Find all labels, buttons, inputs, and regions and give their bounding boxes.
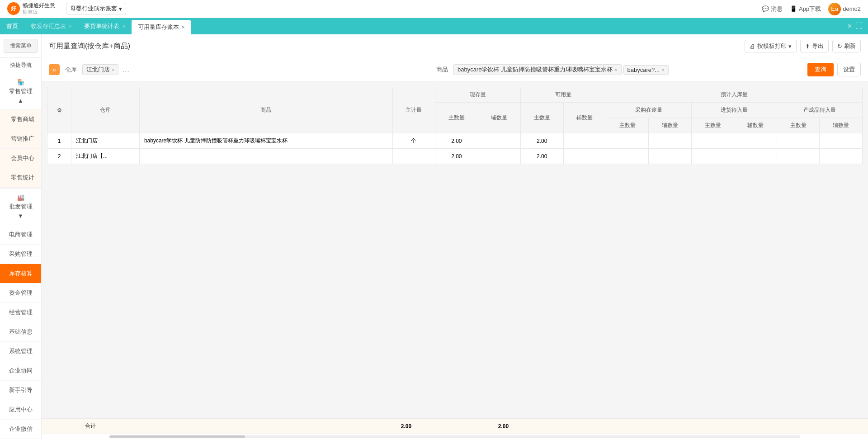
cell-incoming-main (691, 133, 734, 149)
sidebar-item-member-label: 会员中心 (11, 154, 34, 162)
cell-purchase-aux (649, 149, 691, 164)
col-purchase-main: 主数量 (606, 118, 649, 133)
sidebar-item-wholesale-label: 批发管理 (9, 203, 33, 211)
col-purchase-aux: 辅数量 (649, 118, 691, 133)
sidebar-item-retail-mall-label: 零售商城 (11, 115, 34, 123)
sidebar: 搜索菜单 快捷导航 🏪 零售管理 ▲ 零售商城 营销推广 会员中心 零售统计 🏭… (0, 34, 42, 439)
user-area[interactable]: Ea demo2 (828, 3, 861, 15)
sidebar-item-apps[interactable]: 应用中心 (0, 400, 41, 420)
search-menu-btn[interactable]: 搜索菜单 (4, 39, 38, 53)
cell-avail-main: 2.00 (521, 149, 563, 164)
col-incoming-aux: 辅数量 (734, 118, 777, 133)
sidebar-item-wholesale[interactable]: 🏭 批发管理 ▼ (0, 188, 41, 225)
warehouse-tag-remove[interactable]: × (112, 67, 114, 72)
tab-inventory[interactable]: 可用量库存账本 × (132, 20, 191, 34)
sidebar-item-guide[interactable]: 新手引导 (0, 381, 41, 400)
sidebar-item-wechat[interactable]: 企业微信 (0, 420, 41, 439)
scroll-thumb[interactable] (109, 435, 245, 438)
scroll-track[interactable] (109, 435, 800, 438)
tab-receipts[interactable]: 收发存汇总表 × (24, 18, 78, 34)
sidebar-item-marketing[interactable]: 营销推广 (0, 129, 41, 149)
tab-inventory-close[interactable]: × (182, 24, 184, 30)
footer-purchase-main (576, 419, 625, 434)
fullscreen-icon[interactable]: ⛶ (855, 22, 863, 30)
sidebar-item-system[interactable]: 系统管理 (0, 342, 41, 361)
sidebar-item-retail-stat-label: 零售统计 (11, 174, 34, 182)
col-header-warehouse: 仓库 (71, 87, 140, 133)
sidebar-item-inventory-mgmt[interactable]: 库存核算 (0, 264, 41, 283)
content-area: 可用量查询(按仓库+商品) 🖨 按模板打印 ▾ ⬆ 导出 ↻ 刷新 » (42, 34, 868, 439)
product-filter-tags: babycare学饮杯 儿童防摔防撞吸管杯重力球吸嘴杯宝宝水杯 × babyca… (453, 64, 802, 75)
top-bar: 好 畅捷通好生意 标准版 母婴行业演示账套 ▾ 💬 消息 📱 App下载 Ea … (0, 0, 868, 18)
org-selector[interactable]: 母婴行业演示账套 ▾ (66, 3, 126, 14)
product-tag1-remove[interactable]: × (614, 67, 617, 72)
sidebar-item-retail-stat[interactable]: 零售统计 (0, 168, 41, 188)
sidebar-item-ops[interactable]: 经营管理 (0, 303, 41, 322)
refresh-btn[interactable]: ↻ 刷新 (832, 40, 861, 52)
message-btn[interactable]: 💬 消息 (762, 5, 783, 13)
logo-icon: 好 (7, 2, 20, 15)
org-name: 母婴行业演示账套 (70, 5, 117, 13)
tab-orders[interactable]: 要货单统计表 × (78, 18, 131, 34)
sidebar-item-base[interactable]: 基础信息 (0, 322, 41, 342)
refresh-icon: ↻ (837, 43, 842, 50)
sidebar-item-member[interactable]: 会员中心 (0, 149, 41, 168)
close-all-icon[interactable]: × (848, 22, 852, 30)
warehouse-dots[interactable]: … (120, 66, 131, 74)
cell-unit (392, 149, 435, 164)
sidebar-item-retail[interactable]: 🏪 零售管理 ▲ (0, 73, 41, 110)
col-header-unit: 主计量 (392, 87, 435, 133)
sidebar-item-wechat-label: 企业微信 (9, 425, 33, 433)
scroll-area (42, 434, 868, 439)
footer-stock-aux (430, 419, 479, 434)
app-download-btn[interactable]: 📱 App下载 (790, 5, 821, 13)
col-header-forecast: 预计入库量 (606, 87, 863, 103)
query-btn[interactable]: 查询 (807, 63, 834, 76)
avatar: Ea (828, 3, 841, 15)
footer-empty-product (121, 419, 345, 434)
cell-stock-main: 2.00 (435, 133, 478, 149)
product-tag2-remove[interactable]: × (661, 67, 664, 72)
export-btn[interactable]: ⬆ 导出 (800, 40, 829, 52)
footer-incoming-main (674, 419, 722, 434)
cell-avail-aux (563, 133, 606, 149)
sidebar-item-collab[interactable]: 企业协同 (0, 361, 41, 381)
sidebar-item-retail-mall[interactable]: 零售商城 (0, 110, 41, 129)
logo-area: 好 畅捷通好生意 标准版 (7, 2, 55, 15)
sidebar-item-apps-label: 应用中心 (9, 406, 33, 414)
cell-incoming-aux (734, 149, 777, 164)
table-settings-header[interactable]: ⚙ (47, 87, 71, 133)
col-header-stock: 现存量 (435, 87, 521, 103)
tab-receipts-label: 收发存汇总表 (31, 22, 66, 30)
tab-receipts-close[interactable]: × (69, 24, 71, 29)
cell-incoming-main (691, 149, 734, 164)
quick-nav-btn[interactable]: 快捷导航 (0, 58, 41, 73)
sidebar-item-purchase[interactable]: 采购管理 (0, 245, 41, 264)
template-print-btn[interactable]: 🖨 按模板打印 ▾ (745, 40, 797, 52)
cell-stock-main: 2.00 (435, 149, 478, 164)
username: demo2 (843, 5, 861, 12)
col-incoming-main: 主数量 (691, 118, 734, 133)
product-tag-1: babycare学饮杯 儿童防摔防撞吸管杯重力球吸嘴杯宝宝水杯 × (453, 64, 622, 75)
col-avail-main: 主数量 (521, 103, 563, 133)
message-label: 消息 (771, 5, 783, 13)
sidebar-item-retail-label: 零售管理 (9, 87, 33, 95)
sidebar-item-ecom[interactable]: 电商管理 (0, 225, 41, 245)
footer-table: 合计 2.00 2.00 (42, 419, 868, 434)
filter-toggle-btn[interactable]: » (49, 64, 60, 75)
col-production-main: 主数量 (777, 118, 819, 133)
cell-production-main (777, 149, 819, 164)
chat-icon: 💬 (762, 5, 769, 12)
org-dropdown-icon: ▾ (119, 5, 122, 12)
wholesale-arrow-icon: ▼ (18, 212, 24, 219)
settings-btn[interactable]: 设置 (837, 63, 861, 76)
cell-purchase-main (606, 133, 649, 149)
col-stock-main: 主数量 (435, 103, 478, 133)
cell-production-aux (820, 133, 863, 149)
app-icon: 📱 (790, 5, 797, 12)
footer-avail-main: 2.00 (479, 419, 528, 434)
sidebar-item-finance[interactable]: 资金管理 (0, 283, 41, 303)
tab-home[interactable]: 首页 (0, 18, 24, 34)
tab-orders-close[interactable]: × (122, 24, 125, 29)
cell-avail-main: 2.00 (521, 133, 563, 149)
